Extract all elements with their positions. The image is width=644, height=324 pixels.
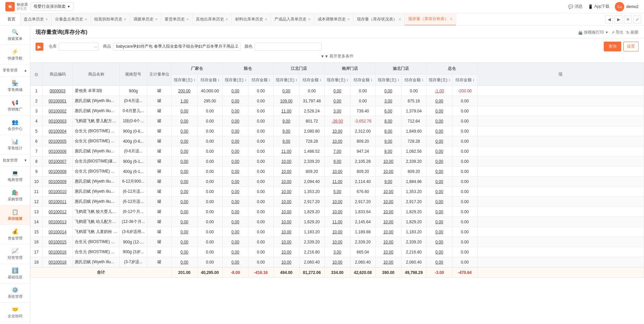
info-icon[interactable]: ℹ — [296, 78, 297, 82]
cell-name: 合生元 (BIOSTIME) ... — [73, 247, 120, 257]
industry-selector[interactable]: 母婴行业演示陈套 ▼ — [31, 2, 73, 11]
total-chenhe-current: -8.00 — [222, 267, 248, 278]
expand-more-btn[interactable]: ▼▼ 展开更多条件 — [321, 53, 354, 59]
tab-item-yhd[interactable]: 要货单历史 ✕ — [161, 13, 193, 26]
info-icon[interactable]: ℹ — [398, 78, 399, 82]
goods-input[interactable] — [113, 43, 240, 51]
th-settings[interactable]: ⚙ — [31, 63, 43, 86]
cell-jiangbei-amount: 2,080.80 — [299, 126, 324, 136]
cell-index: 17 — [31, 247, 43, 257]
tab-expand-btn[interactable]: ⤢ — [633, 15, 641, 24]
sidebar-item-retail-mall[interactable]: 🏪 零售商城 — [0, 77, 30, 96]
tab-close-icon[interactable]: ✕ — [155, 17, 158, 21]
sidebar-item-guide[interactable]: 🚀 新手引导 — [0, 322, 30, 324]
tab-item-qtck[interactable]: 其他出库单历史 ✕ — [193, 13, 232, 26]
info-icon[interactable]: ℹ — [422, 78, 423, 82]
sidebar-item-system[interactable]: ⚙️ 系统管理 — [0, 283, 30, 303]
sidebar-item-wholesale[interactable]: 批发管理 ▼ — [0, 154, 30, 167]
tab-item-ccrk[interactable]: 产成品入库单历史 ✕ — [271, 13, 314, 26]
tab-item-xclkfb[interactable]: 现存量（库存分布表） ✕ — [405, 13, 456, 26]
cell-index: 2 — [31, 96, 43, 106]
sidebar-item-finance[interactable]: 💰 资金管理 — [0, 225, 30, 244]
warehouse-input[interactable] — [59, 43, 99, 51]
sidebar-item-search[interactable]: 🔍 搜索英单 — [0, 26, 30, 45]
dots-icon-goods[interactable]: ··· — [235, 44, 239, 49]
expand-toggle[interactable]: ▶ — [36, 43, 43, 51]
tab-next-btn[interactable]: ▶ — [614, 15, 623, 24]
th-warehouse-yuebei: 渝北门店 — [375, 63, 426, 75]
tab-item-cbtz[interactable]: 成本调整单历史 ✕ — [314, 13, 354, 26]
tab-close-icon[interactable]: ✕ — [308, 17, 311, 21]
cell-jiangbei-amount: 2,216.80 — [299, 247, 324, 257]
th-warehouse-factory: 厂家仓 — [171, 63, 222, 75]
info-icon[interactable]: ℹ — [245, 78, 246, 82]
info-icon[interactable]: ℹ — [347, 78, 348, 82]
settings-btn[interactable]: 设置 — [623, 42, 639, 51]
info-icon[interactable]: ℹ — [320, 78, 321, 82]
print-btn[interactable]: 🖨️ 按模板打印 ▼ — [578, 30, 608, 35]
app-download-btn[interactable]: 📱 App下载 — [588, 4, 609, 9]
cell-chenhe-current: 0.00 — [222, 136, 248, 146]
cell-jiangbei-amount: 809.20 — [299, 167, 324, 177]
cell-chenhe-current: 0.00 — [222, 177, 248, 187]
cell-chenhe-current: 0.00 — [222, 156, 248, 167]
export-btn[interactable]: ↗ 导出 — [611, 30, 624, 35]
expand-more[interactable]: ▼▼ 展开更多条件 — [36, 53, 639, 59]
cell-total-current: 0.00 — [426, 247, 452, 257]
th-nanan-amount: 结存金额ℹ — [350, 75, 375, 86]
tab-close-icon[interactable]: ✕ — [225, 17, 228, 21]
tab-item-xclkcq[interactable]: 现存量（库存状况表） ✕ — [354, 13, 405, 26]
tab-close-icon[interactable]: ✕ — [45, 17, 48, 21]
sidebar-item-ops[interactable]: 📈 经营管理 — [0, 244, 30, 264]
table-container[interactable]: ⚙ 商品编码 商品名称 规格型号 主计量单位 — [30, 63, 644, 324]
tab-item-clck[interactable]: 材料出库单历史 ✕ — [232, 13, 271, 26]
sidebar-item-retail-stats[interactable]: 📊 零售统计 — [0, 135, 30, 154]
tab-close-all-btn[interactable]: ✕ — [624, 15, 632, 24]
tab-item-pdsingle[interactable]: 盘点单历史 ✕ — [20, 13, 52, 26]
settings-icon[interactable]: ⚙ — [34, 72, 39, 77]
tab-close-icon[interactable]: ✕ — [265, 17, 267, 21]
th-total-current: 现存量(主)ℹ — [426, 75, 452, 86]
sidebar-item-ecommerce[interactable]: 💻 电商管理 — [0, 167, 30, 186]
cell-nanan-amount: 809.20 — [350, 136, 375, 146]
tab-close-icon[interactable]: ✕ — [450, 17, 452, 21]
tab-home[interactable]: 首页 — [3, 13, 20, 26]
sidebar-item-enterprise[interactable]: 🤝 企业协同 — [0, 303, 30, 322]
tab-close-icon[interactable]: ✕ — [124, 17, 126, 21]
tab-item-flpd[interactable]: 分量盘点单历史 ✕ — [52, 13, 91, 26]
info-icon[interactable]: ℹ — [194, 78, 195, 82]
info-icon[interactable]: ℹ — [218, 78, 219, 82]
cell-code: 00100005 — [43, 136, 73, 146]
sidebar-item-basic-info[interactable]: ℹ️ 基础信息 — [0, 264, 30, 283]
message-btn[interactable]: 💬 消息 — [568, 4, 583, 9]
info-icon[interactable]: ℹ — [473, 78, 474, 82]
query-btn[interactable]: 查询 — [604, 42, 621, 51]
sidebar-item-retail-mgmt[interactable]: 零售管理 ▲ — [0, 64, 30, 77]
info-icon[interactable]: ℹ — [449, 78, 450, 82]
sidebar-item-purchase[interactable]: 🛍️ 采购管理 — [0, 186, 30, 205]
tab-prev-btn[interactable]: ◀ — [605, 15, 613, 24]
sidebar-item-inventory[interactable]: 📋 库存核算 — [0, 205, 30, 225]
expand-icon[interactable]: ▶ — [36, 43, 43, 51]
tab-close-icon[interactable]: ✕ — [186, 17, 189, 21]
tab-item-zzcc[interactable]: 组装拆卸单历史 ✕ — [91, 13, 130, 26]
tab-item-dibo[interactable]: 调拨单历史 ✕ — [130, 13, 161, 26]
cell-total-current: 0.00 — [426, 207, 452, 217]
tab-close-icon[interactable]: ✕ — [347, 17, 350, 21]
dots-icon[interactable]: ··· — [94, 44, 98, 49]
cell-yuebei-current: 10.00 — [375, 237, 401, 247]
refresh-btn[interactable]: ↻ 刷新 — [626, 30, 639, 35]
tab-close-icon[interactable]: ✕ — [85, 17, 87, 21]
cell-jiangbei-current: 10.00 — [273, 217, 299, 227]
info-icon[interactable]: ℹ — [371, 78, 372, 82]
table-row: 8 00100007 合生元(BIOSTIME)液... 900g (6-1..… — [31, 156, 644, 167]
sidebar-item-marketing[interactable]: 📢 营销推广 — [0, 96, 30, 115]
user-area[interactable]: Ea demo2 — [615, 2, 639, 11]
tab-close-icon[interactable]: ✕ — [398, 17, 401, 21]
sidebar-item-members[interactable]: 👥 会员中心 — [0, 115, 30, 135]
cell-index: 14 — [31, 217, 43, 227]
sidebar-item-quicknav[interactable]: ⚡ 快捷导航 — [0, 45, 30, 64]
cell-jiangbei-amount: 2,917.20 — [299, 197, 324, 207]
color-input[interactable] — [255, 43, 322, 51]
info-icon[interactable]: ℹ — [269, 78, 270, 82]
